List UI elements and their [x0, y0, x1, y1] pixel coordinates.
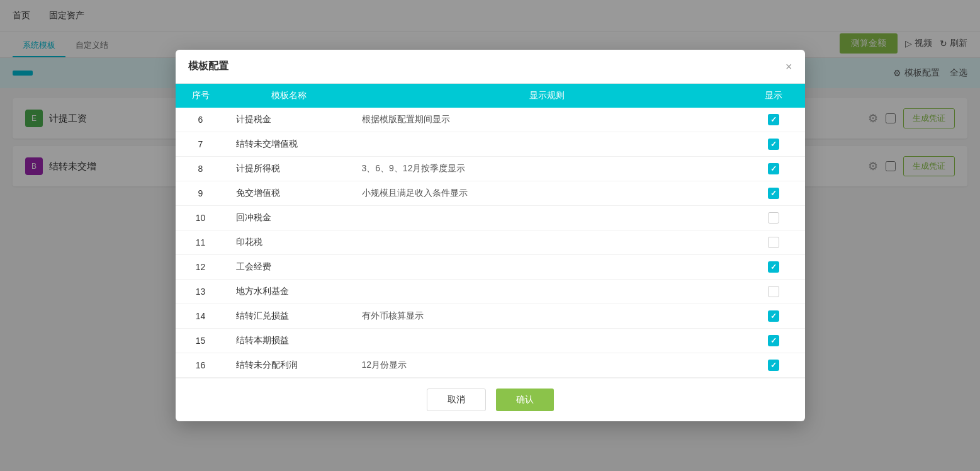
cell-name-9: 结转本期损益: [226, 329, 352, 353]
cell-rule-6: [352, 255, 742, 280]
checkbox-wrapper-7: [752, 286, 795, 297]
template-table: 序号 模板名称 显示规则 显示 6计提税金根据模版配置期间显示7结转未交增值税8…: [176, 84, 805, 378]
cell-name-0: 计提税金: [226, 108, 352, 132]
table-row: 12工会经费: [176, 255, 805, 280]
checkbox-checked-10[interactable]: [768, 360, 779, 371]
checkbox-wrapper-2: [752, 163, 795, 174]
cell-id-10: 16: [176, 353, 226, 378]
checkbox-wrapper-3: [752, 188, 795, 199]
modal-body: 序号 模板名称 显示规则 显示 6计提税金根据模版配置期间显示7结转未交增值税8…: [176, 84, 805, 378]
cell-name-3: 免交增值税: [226, 181, 352, 206]
cell-name-6: 工会经费: [226, 255, 352, 280]
th-id: 序号: [176, 84, 226, 108]
checkbox-wrapper-5: [752, 237, 795, 248]
checkbox-wrapper-8: [752, 310, 795, 322]
checkbox-unchecked-5[interactable]: [768, 237, 779, 248]
table-row: 7结转未交增值税: [176, 132, 805, 157]
cell-check-9: [742, 329, 805, 353]
cell-id-8: 14: [176, 304, 226, 329]
cell-id-2: 8: [176, 157, 226, 181]
modal-close-button[interactable]: ×: [786, 61, 792, 72]
cell-rule-3: 小规模且满足收入条件显示: [352, 181, 742, 206]
checkbox-checked-2[interactable]: [768, 163, 779, 174]
cell-name-2: 计提所得税: [226, 157, 352, 181]
cell-id-0: 6: [176, 108, 226, 132]
cell-rule-0: 根据模版配置期间显示: [352, 108, 742, 132]
modal-footer: 取消 确认: [176, 378, 805, 421]
cell-name-4: 回冲税金: [226, 206, 352, 230]
checkbox-wrapper-6: [752, 261, 795, 273]
checkbox-checked-1[interactable]: [768, 139, 779, 150]
cell-rule-5: [352, 230, 742, 255]
table-row: 14结转汇兑损益有外币核算显示: [176, 304, 805, 329]
cell-rule-8: 有外币核算显示: [352, 304, 742, 329]
checkbox-checked-8[interactable]: [768, 310, 779, 322]
cell-name-5: 印花税: [226, 230, 352, 255]
cell-check-0: [742, 108, 805, 132]
table-body: 6计提税金根据模版配置期间显示7结转未交增值税8计提所得税3、6、9、12月按季…: [176, 108, 805, 378]
table-row: 15结转本期损益: [176, 329, 805, 353]
checkbox-wrapper-9: [752, 335, 795, 346]
th-name: 模板名称: [226, 84, 352, 108]
cell-check-1: [742, 132, 805, 157]
th-display: 显示: [742, 84, 805, 108]
cell-check-7: [742, 280, 805, 304]
checkbox-checked-9[interactable]: [768, 335, 779, 346]
table-row: 11印花税: [176, 230, 805, 255]
checkbox-wrapper-1: [752, 139, 795, 150]
checkbox-checked-6[interactable]: [768, 261, 779, 273]
cell-check-8: [742, 304, 805, 329]
checkbox-checked-3[interactable]: [768, 188, 779, 199]
table-head: 序号 模板名称 显示规则 显示: [176, 84, 805, 108]
modal-overlay: 模板配置 × 序号 模板名称 显示规则 显示 6计提税金根据模版配置期间显示7结…: [0, 0, 980, 471]
checkbox-checked-0[interactable]: [768, 114, 779, 125]
modal-header: 模板配置 ×: [176, 50, 805, 84]
template-config-modal: 模板配置 × 序号 模板名称 显示规则 显示 6计提税金根据模版配置期间显示7结…: [176, 50, 805, 421]
cell-check-4: [742, 206, 805, 230]
cell-id-1: 7: [176, 132, 226, 157]
checkbox-wrapper-10: [752, 360, 795, 371]
cell-check-3: [742, 181, 805, 206]
th-rule: 显示规则: [352, 84, 742, 108]
cell-rule-2: 3、6、9、12月按季度显示: [352, 157, 742, 181]
cell-rule-9: [352, 329, 742, 353]
confirm-button[interactable]: 确认: [496, 389, 554, 411]
cell-id-3: 9: [176, 181, 226, 206]
cell-name-1: 结转未交增值税: [226, 132, 352, 157]
cell-rule-10: 12月份显示: [352, 353, 742, 378]
cell-check-6: [742, 255, 805, 280]
table-row: 10回冲税金: [176, 206, 805, 230]
table-row: 13地方水利基金: [176, 280, 805, 304]
cell-name-10: 结转未分配利润: [226, 353, 352, 378]
checkbox-unchecked-4[interactable]: [768, 212, 779, 224]
table-row: 16结转未分配利润12月份显示: [176, 353, 805, 378]
cell-id-9: 15: [176, 329, 226, 353]
cell-name-7: 地方水利基金: [226, 280, 352, 304]
cell-id-5: 11: [176, 230, 226, 255]
checkbox-wrapper-4: [752, 212, 795, 224]
cell-check-2: [742, 157, 805, 181]
cell-id-6: 12: [176, 255, 226, 280]
cell-rule-7: [352, 280, 742, 304]
cancel-button[interactable]: 取消: [427, 389, 486, 411]
cell-check-5: [742, 230, 805, 255]
cell-id-4: 10: [176, 206, 226, 230]
table-row: 6计提税金根据模版配置期间显示: [176, 108, 805, 132]
checkbox-wrapper-0: [752, 114, 795, 125]
cell-rule-1: [352, 132, 742, 157]
checkbox-unchecked-7[interactable]: [768, 286, 779, 297]
table-row: 9免交增值税小规模且满足收入条件显示: [176, 181, 805, 206]
cell-id-7: 13: [176, 280, 226, 304]
cell-name-8: 结转汇兑损益: [226, 304, 352, 329]
cell-check-10: [742, 353, 805, 378]
modal-title: 模板配置: [188, 60, 228, 73]
table-row: 8计提所得税3、6、9、12月按季度显示: [176, 157, 805, 181]
cell-rule-4: [352, 206, 742, 230]
